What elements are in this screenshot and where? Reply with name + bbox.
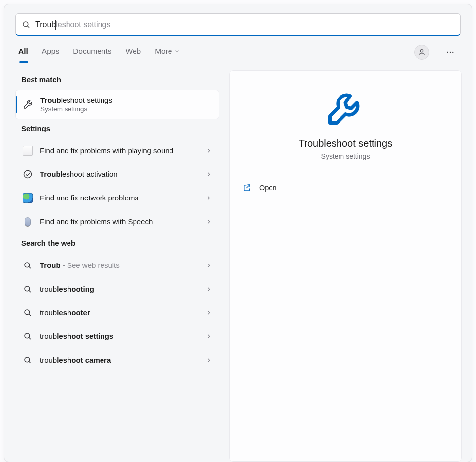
chevron-right-icon <box>205 357 212 363</box>
search-typed-text: Troub <box>35 20 56 29</box>
svg-point-13 <box>25 333 30 338</box>
section-best-match: Best match <box>14 70 220 90</box>
web-result[interactable]: Troub - See web results <box>15 254 219 277</box>
svg-line-12 <box>29 314 31 316</box>
check-circle-icon <box>22 169 33 180</box>
results-list: Best match Troubleshoot settings System … <box>14 70 220 462</box>
chevron-right-icon <box>205 286 212 293</box>
result-label: Find and fix problems with Speech <box>40 217 212 227</box>
svg-line-8 <box>29 266 31 268</box>
best-match-result[interactable]: Troubleshoot settings System settings <box>15 90 219 119</box>
overflow-button[interactable] <box>443 45 458 60</box>
svg-point-5 <box>452 52 453 53</box>
chevron-right-icon <box>205 262 212 269</box>
detail-subtitle: System settings <box>321 152 370 160</box>
section-web: Search the web <box>14 234 220 253</box>
ellipsis-icon <box>446 48 455 57</box>
result-label: troubleshooting <box>40 284 212 294</box>
svg-line-14 <box>29 337 31 339</box>
wrench-icon <box>325 87 366 130</box>
svg-point-9 <box>25 286 30 291</box>
result-label: Find and fix network problems <box>40 193 212 203</box>
web-result[interactable]: troubleshoot camera <box>15 349 219 371</box>
chevron-right-icon <box>205 147 212 154</box>
result-label: Find and fix problems with playing sound <box>40 146 212 156</box>
best-match-title: Troubleshoot settings <box>40 96 212 104</box>
svg-point-7 <box>25 263 30 267</box>
search-window: Troubleshoot settings All Apps Documents… <box>4 4 472 462</box>
settings-result[interactable]: Troubleshoot activation <box>15 163 219 186</box>
open-label: Open <box>259 184 276 192</box>
wrench-icon <box>23 98 34 110</box>
person-icon <box>418 48 426 56</box>
chevron-right-icon <box>205 171 212 178</box>
svg-point-3 <box>447 52 448 53</box>
detail-panel: Troubleshoot settings System settings Op… <box>229 70 462 462</box>
chevron-right-icon <box>205 195 212 201</box>
microphone-icon <box>22 216 33 227</box>
svg-line-10 <box>29 290 31 292</box>
search-bar[interactable]: Troubleshoot settings <box>15 13 461 36</box>
section-settings: Settings <box>14 119 220 138</box>
chevron-right-icon <box>205 218 212 225</box>
svg-point-0 <box>23 22 28 27</box>
search-autocomplete-text: leshoot settings <box>56 20 110 29</box>
search-icon <box>22 307 33 318</box>
search-icon <box>22 331 33 342</box>
chevron-down-icon <box>174 48 180 54</box>
tab-documents[interactable]: Documents <box>73 47 111 63</box>
network-globe-icon <box>22 193 33 203</box>
settings-result[interactable]: Find and fix problems with Speech <box>15 210 219 233</box>
search-icon <box>22 355 33 365</box>
tab-more[interactable]: More <box>155 47 180 63</box>
sound-troubleshoot-icon <box>22 145 33 156</box>
svg-point-2 <box>420 50 423 52</box>
tab-apps[interactable]: Apps <box>42 47 59 63</box>
search-icon <box>22 20 31 29</box>
web-result[interactable]: troubleshoot settings <box>15 325 219 348</box>
search-icon <box>22 260 33 271</box>
svg-point-15 <box>25 357 30 362</box>
tab-web[interactable]: Web <box>126 47 141 63</box>
result-label: troubleshooter <box>40 308 212 318</box>
result-label: Troub - See web results <box>40 261 212 270</box>
best-match-subtitle: System settings <box>40 105 212 113</box>
open-external-icon <box>242 183 251 192</box>
web-result[interactable]: troubleshooter <box>15 301 219 324</box>
result-label: Troubleshoot activation <box>40 169 212 179</box>
svg-point-4 <box>450 52 451 53</box>
settings-result[interactable]: Find and fix network problems <box>15 187 219 209</box>
open-action[interactable]: Open <box>240 178 450 197</box>
tab-more-label: More <box>155 47 172 56</box>
result-label: troubleshoot camera <box>40 355 212 365</box>
divider <box>240 173 450 173</box>
detail-title: Troubleshoot settings <box>299 138 392 149</box>
filter-tabs: All Apps Documents Web More <box>4 36 472 65</box>
svg-line-1 <box>27 26 29 28</box>
search-input[interactable]: Troubleshoot settings <box>35 19 454 31</box>
results-area: Best match Troubleshoot settings System … <box>4 65 472 462</box>
chevron-right-icon <box>205 333 212 340</box>
result-label: troubleshoot settings <box>40 331 212 341</box>
chevron-right-icon <box>205 309 212 316</box>
tab-all[interactable]: All <box>18 47 28 63</box>
svg-point-6 <box>24 171 32 178</box>
account-button[interactable] <box>414 45 429 60</box>
web-result[interactable]: troubleshooting <box>15 278 219 300</box>
svg-point-11 <box>25 310 30 315</box>
search-icon <box>22 284 33 295</box>
settings-result[interactable]: Find and fix problems with playing sound <box>15 139 219 162</box>
svg-line-16 <box>29 361 31 363</box>
